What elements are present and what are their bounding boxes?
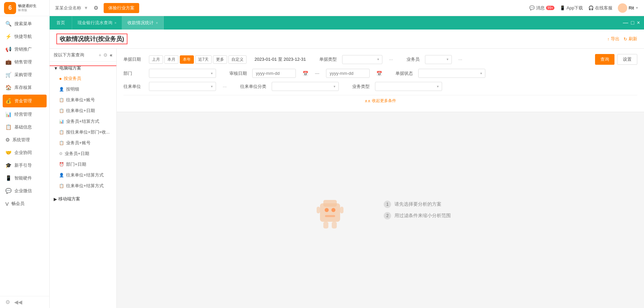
partner-account-icon: 📋 (59, 98, 64, 102)
scheme-item-partner-settle1[interactable]: 👤 往来单位+结算方式 (50, 170, 116, 181)
wechat-icon: 💬 (5, 188, 12, 194)
basic-icon: 📋 (5, 124, 12, 130)
query-button[interactable]: 查询 (595, 54, 614, 65)
user-dropdown-icon[interactable]: ▼ (635, 6, 639, 10)
partner-cat-select[interactable] (272, 82, 339, 91)
scheme-item-label: 往来单位+日期 (66, 108, 95, 114)
collapse-up-icon: ∧∧ (365, 99, 371, 103)
tab-receipt-stats[interactable]: 收款情况统计 × (122, 16, 163, 30)
sidebar-item-corp[interactable]: 🤝 企业协同 (0, 146, 49, 159)
refresh-button[interactable]: ↻ 刷新 (624, 36, 637, 42)
scheme-item-salesman-account[interactable]: 📋 业务员+账号 (50, 138, 116, 148)
empty-illustration (310, 190, 350, 230)
tab-bank-flow[interactable]: 现金银行流水查询 × (72, 16, 122, 30)
sidebar-item-operation[interactable]: 📊 经营管理 (0, 108, 49, 121)
partner-select[interactable] (149, 82, 216, 91)
scheme-item-dept-date[interactable]: ⏰ 部门+日期 (50, 159, 116, 170)
collapse-panel-button[interactable]: « (110, 52, 112, 58)
scheme-item-by-detail[interactable]: 👤 按明细 (50, 84, 116, 95)
scheme-item-partner-dept[interactable]: 📋 按往来单位+部门+收... (50, 127, 116, 138)
export-button[interactable]: ↑ 导出 (607, 36, 620, 42)
collapse-sidebar-icon[interactable]: ◀◀ (14, 299, 22, 305)
message-button[interactable]: 💬 消息 99+ (529, 5, 554, 11)
close-window-icon[interactable]: × (637, 20, 640, 26)
sidebar-item-search[interactable]: 🔍 搜索菜单 (0, 17, 49, 30)
partner-more-icon[interactable]: ··· (223, 84, 227, 89)
add-scheme-button[interactable]: + (99, 52, 101, 58)
company-name: 某某企业名称 (55, 5, 81, 11)
type-more-icon[interactable]: ··· (389, 57, 393, 62)
svg-rect-5 (325, 215, 335, 217)
robot-svg (310, 190, 350, 230)
audit-start-cal-icon[interactable]: 📅 (303, 71, 308, 76)
trial-industry-button[interactable]: 体验行业方案 (104, 3, 139, 13)
user-area: Rit ▼ (618, 3, 639, 13)
mobile-group-title[interactable]: ▶ 移动端方案 (50, 194, 116, 204)
collapse-bar[interactable]: ∧∧ 收起更多条件 (123, 95, 637, 106)
sidebar-bottom: ⚙ ◀◀ (0, 296, 49, 308)
sidebar-item-label: 营销推广 (14, 46, 32, 52)
search-icon: 🔍 (5, 21, 12, 27)
sidebar-item-purchase[interactable]: 🛒 采购管理 (0, 68, 49, 81)
preset-this-month[interactable]: 本月 (164, 55, 178, 64)
salesman-scheme-icon: ● (59, 76, 62, 81)
scheme-item-partner-settle2[interactable]: 📋 往来单位+结算方式 (50, 181, 116, 191)
left-panel-header: 按以下方案查询 + ⚙ « (50, 49, 116, 62)
type-select[interactable] (342, 55, 382, 64)
scheme-item-label: 业务员+结算方式 (66, 118, 99, 124)
partner-dept-icon: 📋 (59, 130, 64, 135)
page-title: 收款情况统计(按业务员) (56, 34, 127, 44)
audit-end-input[interactable] (326, 69, 370, 78)
scheme-item-by-salesman[interactable]: ● 按业务员 (50, 73, 116, 84)
sidebar-item-sales[interactable]: 💼 销售管理 (0, 56, 49, 68)
date-separator: — (315, 71, 319, 76)
setting-button[interactable]: 设置 (617, 54, 637, 65)
scheme-item-partner-account[interactable]: 📋 往来单位+账号 (50, 95, 116, 105)
tab-close-receipt-icon[interactable]: × (156, 21, 158, 25)
minimize-icon[interactable]: — (623, 20, 628, 26)
breadcrumb-dropdown-icon[interactable]: ▼ (84, 5, 88, 10)
tab-home[interactable]: 首页 (50, 16, 72, 30)
date-preset-group: 上月 本月 本年 近7天 更多 自定义 (149, 55, 247, 64)
sidebar-item-hardware[interactable]: 📱 智能硬件 (0, 172, 49, 185)
preset-custom[interactable]: 自定义 (228, 55, 247, 64)
dept-select[interactable] (149, 69, 216, 78)
preset-more[interactable]: 更多 (213, 55, 227, 64)
audit-start-input[interactable] (252, 69, 296, 78)
sidebar-item-wechat[interactable]: 💬 企业微信 (0, 185, 49, 197)
salesman-select[interactable] (425, 55, 452, 64)
salesman-more-icon[interactable]: ··· (459, 57, 463, 62)
sidebar-item-system[interactable]: ⚙ 系统管理 (0, 134, 49, 146)
sidebar-item-shortcut[interactable]: ⚡ 快捷导航 (0, 30, 49, 43)
desktop-group-title[interactable]: ▼ 电脑端方案 (50, 63, 116, 73)
sidebar-item-finance[interactable]: 💰 资金管理 (3, 95, 47, 107)
sidebar-item-label: 智能硬件 (14, 175, 32, 181)
sidebar-item-member[interactable]: V 畅会员 (0, 197, 49, 210)
preset-7-days[interactable]: 近7天 (195, 55, 212, 64)
online-service-button[interactable]: 🎧 在线客服 (588, 5, 612, 11)
filter-area: 单据日期 上月 本月 本年 近7天 更多 自定义 2023-01-01 至 20… (117, 49, 644, 112)
system-icon: ⚙ (5, 137, 10, 143)
settings-topbar-button[interactable]: ⚙ (94, 5, 98, 11)
sidebar-item-marketing[interactable]: 📢 营销推广 (0, 43, 49, 56)
type-select-wrap (342, 55, 382, 64)
app-download-button[interactable]: 📱 App下载 (560, 5, 583, 11)
sidebar-item-inventory[interactable]: 🏠 库存核算 (0, 81, 49, 94)
sidebar-item-basic[interactable]: 📋 基础信息 (0, 121, 49, 134)
scheme-settings-button[interactable]: ⚙ (103, 52, 108, 58)
audit-end-cal-icon[interactable]: 📅 (376, 71, 382, 76)
biz-type-select[interactable] (375, 82, 442, 91)
scheme-item-salesman-settle[interactable]: 📊 业务员+结算方式 (50, 116, 116, 127)
topbar: 某某企业名称 ▼ ⚙ 体验行业方案 💬 消息 99+ 📱 App下载 🎧 在线客… (50, 0, 644, 16)
scheme-item-salesman-date[interactable]: ⚙ 业务员+日期 (50, 148, 116, 159)
settings-bottom-icon[interactable]: ⚙ (5, 299, 10, 305)
preset-this-year[interactable]: 本年 (180, 55, 194, 64)
status-select[interactable] (418, 69, 485, 78)
maximize-icon[interactable]: □ (631, 20, 634, 26)
tab-close-bank-icon[interactable]: × (114, 21, 116, 25)
sidebar-item-newbie[interactable]: 🎓 新手引导 (0, 159, 49, 172)
sidebar-item-label: 销售管理 (14, 59, 32, 65)
scheme-item-partner-date[interactable]: 📋 往来单位+日期 (50, 105, 116, 116)
preset-last-month[interactable]: 上月 (149, 55, 163, 64)
partner-cat-select-wrap (272, 82, 339, 91)
